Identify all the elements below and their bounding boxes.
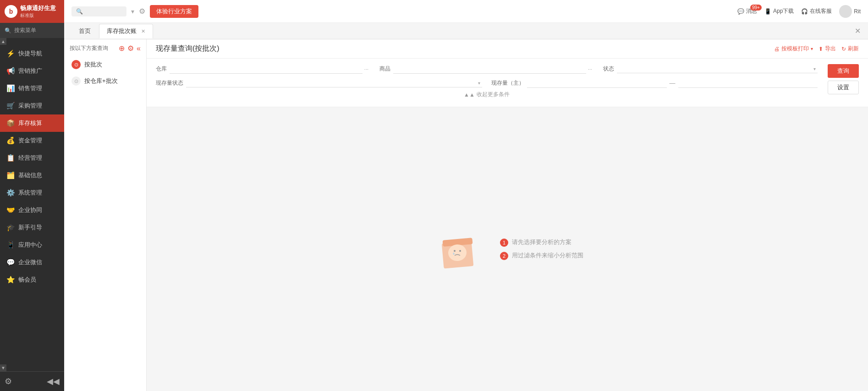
sidebar-header: b 畅康通好生意 标准版 bbox=[0, 0, 64, 23]
app-download-item[interactable]: 📱 App下载 bbox=[764, 7, 794, 15]
online-service-item[interactable]: 🎧 在线客服 bbox=[801, 7, 832, 15]
sidebar-item-label: 应用中心 bbox=[18, 241, 42, 249]
query-button[interactable]: 查询 bbox=[828, 64, 859, 78]
page-header: 现存量查询(按批次) 🖨 按模板打印 ▾ ⬆ 导出 ↻ 刷新 bbox=[147, 39, 868, 59]
sidebar-item-label: 资金管理 bbox=[18, 136, 42, 145]
sidebar-scroll-up[interactable]: ▲ bbox=[0, 38, 6, 45]
sidebar-item-label: 快捷导航 bbox=[18, 49, 42, 58]
print-icon: 🖨 bbox=[774, 46, 780, 52]
status-select[interactable]: ▾ bbox=[617, 65, 818, 73]
sidebar-item-label: 新手引导 bbox=[18, 223, 42, 232]
tab-batch-account[interactable]: 库存批次账 ✕ bbox=[99, 24, 153, 38]
user-name: Rit bbox=[854, 8, 861, 15]
sidebar-item-label: 销售管理 bbox=[18, 84, 42, 92]
sidebar-item-finance[interactable]: 💰 资金管理 bbox=[0, 132, 64, 149]
settings-icon[interactable]: ⚙ bbox=[5, 376, 12, 386]
warehouse-more-button[interactable]: ··· bbox=[363, 65, 370, 73]
sidebar-footer: ⚙ ◀◀ bbox=[0, 371, 64, 391]
empty-svg bbox=[431, 222, 486, 277]
refresh-label: 刷新 bbox=[848, 45, 859, 53]
page-header-actions: 🖨 按模板打印 ▾ ⬆ 导出 ↻ 刷新 bbox=[774, 45, 859, 53]
filter-row-1: 仓库 ··· 商品 ··· bbox=[156, 64, 818, 74]
sidebar-item-quick-nav[interactable]: ⚡ 快捷导航 bbox=[0, 45, 64, 62]
sidebar-search[interactable]: 🔍 搜索菜单 bbox=[0, 23, 64, 38]
gear-icon[interactable]: ⚙ bbox=[139, 7, 145, 16]
collapse-more-button[interactable]: ▲▲ 收起更多条件 bbox=[156, 88, 818, 101]
operation-icon: 📋 bbox=[6, 154, 15, 162]
basic-icon: 🗂️ bbox=[6, 171, 15, 179]
sidebar-item-appstore[interactable]: 📱 应用中心 bbox=[0, 236, 64, 254]
collapse-plan-icon[interactable]: « bbox=[137, 44, 141, 53]
tab-home[interactable]: 首页 bbox=[71, 24, 98, 38]
range-dash: — bbox=[670, 80, 676, 87]
sidebar-item-label: 基础信息 bbox=[18, 171, 42, 179]
refresh-icon: ↻ bbox=[841, 46, 846, 52]
inventory-qty-max[interactable] bbox=[678, 78, 818, 88]
product-input[interactable] bbox=[393, 64, 586, 74]
enterprise-icon: 🤝 bbox=[6, 206, 15, 214]
message-icon: 💬 bbox=[737, 8, 744, 15]
settings-plan-icon[interactable]: ⚙ bbox=[127, 44, 134, 53]
sidebar-item-basic[interactable]: 🗂️ 基础信息 bbox=[0, 167, 64, 184]
refresh-button[interactable]: ↻ 刷新 bbox=[841, 45, 859, 53]
sidebar-scroll-down[interactable]: ▼ bbox=[0, 364, 6, 371]
svg-point-5 bbox=[453, 253, 455, 255]
sidebar-item-wechat[interactable]: 💬 企业微信 bbox=[0, 254, 64, 271]
filter-actions: 查询 设置 bbox=[828, 64, 859, 94]
sidebar-item-label: 库存核算 bbox=[18, 119, 42, 127]
sidebar-item-marketing[interactable]: 📢 营销推广 bbox=[0, 62, 64, 80]
export-button[interactable]: ⬆ 导出 bbox=[819, 45, 836, 53]
collapse-sidebar-button[interactable]: ◀◀ bbox=[47, 376, 60, 386]
sidebar-item-label: 营销推广 bbox=[18, 67, 42, 75]
product-field-wrapper: 商品 ··· bbox=[379, 64, 594, 74]
topbar-search-box[interactable]: 🔍 bbox=[71, 6, 126, 16]
sidebar-item-label: 企业微信 bbox=[18, 258, 42, 266]
sidebar-item-operation[interactable]: 📋 经营管理 bbox=[0, 149, 64, 167]
sales-icon: 📊 bbox=[6, 84, 15, 92]
newbie-icon: 🎓 bbox=[6, 223, 15, 232]
sidebar-item-system[interactable]: ⚙️ 系统管理 bbox=[0, 184, 64, 201]
right-panel: 现存量查询(按批次) 🖨 按模板打印 ▾ ⬆ 导出 ↻ 刷新 bbox=[147, 39, 868, 391]
sidebar: b 畅康通好生意 标准版 🔍 搜索菜单 ▲ ⚡ 快捷导航 📢 营销推广 📊 bbox=[0, 0, 64, 391]
empty-state: 1 请先选择要分析的方案 2 用过滤条件来缩小分析范围 bbox=[147, 107, 868, 391]
app-download-label: App下载 bbox=[773, 7, 794, 15]
template-print-button[interactable]: 🖨 按模板打印 ▾ bbox=[774, 45, 813, 53]
sidebar-item-vip[interactable]: ⭐ 畅会员 bbox=[0, 271, 64, 288]
collapse-label: 收起更多条件 bbox=[477, 91, 510, 98]
plan-icon-by-warehouse-batch: ⊙ bbox=[71, 76, 81, 86]
sidebar-item-inventory[interactable]: 📦 库存核算 bbox=[0, 114, 64, 132]
sidebar-item-purchase[interactable]: 🛒 采购管理 bbox=[0, 97, 64, 114]
marketing-icon: 📢 bbox=[6, 67, 15, 75]
sidebar-item-sales[interactable]: 📊 销售管理 bbox=[0, 80, 64, 97]
messages-item[interactable]: 💬 消息 99+ bbox=[737, 7, 757, 15]
settings-button[interactable]: 设置 bbox=[828, 81, 859, 94]
sidebar-item-enterprise[interactable]: 🤝 企业协同 bbox=[0, 201, 64, 219]
trial-button[interactable]: 体验行业方案 bbox=[150, 5, 198, 18]
panel-close-button[interactable]: ✕ bbox=[855, 27, 861, 35]
empty-illustration bbox=[431, 222, 486, 277]
inventory-qty-min[interactable] bbox=[527, 78, 667, 88]
warehouse-field-wrapper: 仓库 ··· bbox=[156, 64, 370, 74]
sidebar-item-newbie[interactable]: 🎓 新手引导 bbox=[0, 219, 64, 236]
plan-item-by-batch[interactable]: ⊙ 按批次 bbox=[64, 56, 146, 73]
app-logo: b bbox=[5, 5, 17, 18]
add-plan-icon[interactable]: ⊕ bbox=[119, 44, 125, 53]
topbar-right: 💬 消息 99+ 📱 App下载 🎧 在线客服 Rit bbox=[737, 5, 861, 18]
tab-close-button[interactable]: ✕ bbox=[141, 28, 145, 34]
tab-label: 库存批次账 bbox=[107, 27, 137, 34]
status-field-wrapper: 状态 ▾ bbox=[603, 65, 818, 73]
inventory-status-field: 现存量状态 ▾ bbox=[156, 79, 482, 87]
status-dropdown-icon: ▾ bbox=[813, 66, 816, 71]
user-item[interactable]: Rit bbox=[839, 5, 861, 18]
plan-item-by-warehouse-batch[interactable]: ⊙ 按仓库+批次 bbox=[64, 73, 146, 89]
hint-item-2: 2 用过滤条件来缩小分析范围 bbox=[500, 251, 583, 260]
template-print-label: 按模板打印 bbox=[781, 45, 809, 53]
product-more-button[interactable]: ··· bbox=[586, 65, 594, 73]
inventory-status-select[interactable]: ▾ bbox=[186, 79, 482, 87]
filter-row-2: 现存量状态 ▾ 现存量（主） bbox=[156, 78, 818, 88]
dropdown-arrow-icon[interactable]: ▾ bbox=[131, 8, 134, 15]
app-title: 畅康通好生意 bbox=[20, 5, 56, 12]
inv-status-dropdown-icon: ▾ bbox=[478, 81, 480, 86]
page-title: 现存量查询(按批次) bbox=[156, 44, 220, 54]
warehouse-input[interactable] bbox=[170, 64, 363, 74]
